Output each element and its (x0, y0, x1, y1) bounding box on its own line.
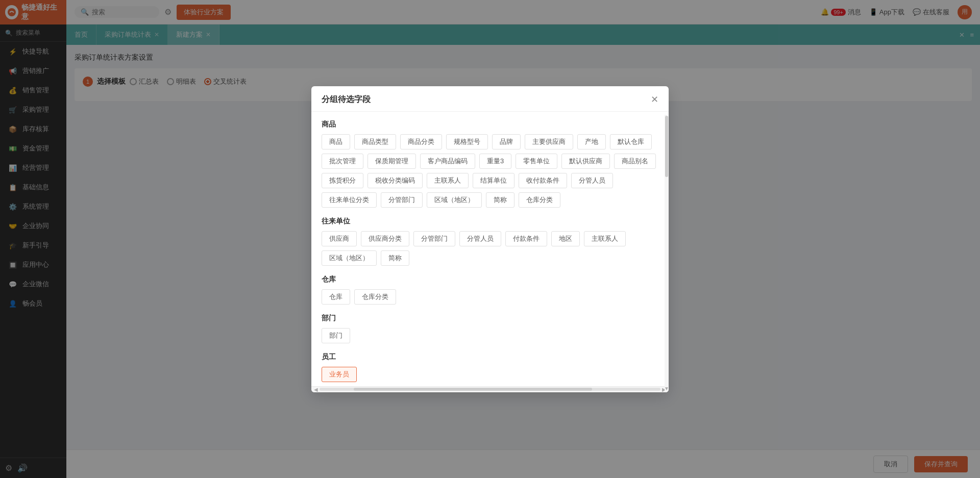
hscroll-left-arrow[interactable]: ◀ (312, 387, 320, 392)
field-tag-spec-type[interactable]: 规格型号 (446, 134, 488, 149)
field-tag-region3[interactable]: 区域（地区） (322, 250, 377, 266)
modal-section-warehouse: 仓库仓库仓库分类 (322, 275, 658, 305)
field-tag-default-supplier[interactable]: 默认供应商 (561, 154, 610, 169)
field-tag-supplier[interactable]: 供应商 (322, 231, 357, 246)
field-tag-abbr2[interactable]: 简称 (381, 250, 409, 266)
field-tag-settle-unit[interactable]: 结算单位 (473, 173, 514, 188)
hscroll-thumb (354, 388, 593, 391)
field-tag-region[interactable]: 区域（地区） (427, 192, 482, 208)
modal-overlay: 分组待选字段 ✕ 商品商品商品类型商品分类规格型号品牌主要供应商产地默认仓库批次… (0, 0, 980, 478)
modal-section-title-warehouse: 仓库 (322, 275, 658, 284)
field-tag-goods-category[interactable]: 商品分类 (400, 134, 442, 149)
modal-section-title-employee: 员工 (322, 353, 658, 362)
field-tag-expiry-mgmt[interactable]: 保质期管理 (368, 154, 416, 169)
modal-field-tags-goods: 商品商品类型商品分类规格型号品牌主要供应商产地默认仓库批次管理保质期管理客户商品… (322, 134, 658, 208)
field-tag-tax-category[interactable]: 税收分类编码 (368, 173, 423, 188)
field-tag-brand[interactable]: 品牌 (492, 134, 521, 149)
field-tag-origin[interactable]: 产地 (577, 134, 606, 149)
modal-field-tags-employee: 业务员 (322, 367, 658, 382)
field-tag-goods-type[interactable]: 商品类型 (354, 134, 396, 149)
field-tag-default-warehouse[interactable]: 默认仓库 (610, 134, 652, 149)
field-tag-goods[interactable]: 商品 (322, 134, 350, 149)
modal-hscroll: ◀ ▶ (311, 386, 669, 392)
field-tag-supplier-category[interactable]: 供应商分类 (361, 231, 409, 246)
modal-header: 分组待选字段 ✕ (311, 86, 669, 112)
field-tag-warehouse-cat[interactable]: 仓库分类 (354, 289, 396, 305)
modal-section-title-partner: 往来单位 (322, 217, 658, 226)
field-tag-mgmt-dept[interactable]: 分管部门 (381, 192, 423, 208)
modal-field-tags-warehouse: 仓库仓库分类 (322, 289, 658, 305)
vscroll-thumb (665, 116, 668, 177)
modal-field-tags-department: 部门 (322, 328, 658, 343)
field-tag-mgmt-staff[interactable]: 分管人员 (459, 231, 501, 246)
modal-title: 分组待选字段 (322, 94, 371, 105)
modal-section-employee: 员工业务员 (322, 353, 658, 382)
field-tag-batch-mgmt[interactable]: 批次管理 (322, 154, 363, 169)
modal-section-department: 部门部门 (322, 314, 658, 343)
modal-close-button[interactable]: ✕ (651, 95, 658, 104)
modal-section-title-department: 部门 (322, 314, 658, 323)
field-tag-main-contact[interactable]: 主联系人 (427, 173, 469, 188)
vscroll-down-arrow[interactable]: ▼ (665, 385, 669, 392)
field-tag-main-contact2[interactable]: 主联系人 (584, 231, 626, 246)
field-tag-goods-alias[interactable]: 商品别名 (614, 154, 656, 169)
modal-section-goods: 商品商品商品类型商品分类规格型号品牌主要供应商产地默认仓库批次管理保质期管理客户… (322, 120, 658, 208)
modal-section-partner: 往来单位供应商供应商分类分管部门分管人员付款条件地区主联系人区域（地区）简称 (322, 217, 658, 266)
field-tag-abbr[interactable]: 简称 (486, 192, 514, 208)
field-tag-salesperson[interactable]: 业务员 (322, 367, 357, 382)
modal-vscroll-track: ▲ ▼ (665, 115, 669, 392)
field-tag-customer-code[interactable]: 客户商品编码 (420, 154, 475, 169)
modal-body: 商品商品商品类型商品分类规格型号品牌主要供应商产地默认仓库批次管理保质期管理客户… (311, 112, 669, 386)
hscroll-track (320, 388, 660, 391)
field-tag-dept[interactable]: 部门 (322, 328, 350, 343)
field-tag-retail-unit[interactable]: 零售单位 (516, 154, 557, 169)
modal-field-tags-partner: 供应商供应商分类分管部门分管人员付款条件地区主联系人区域（地区）简称 (322, 231, 658, 266)
field-tag-warehouse-category[interactable]: 仓库分类 (519, 192, 560, 208)
modal-section-title-goods: 商品 (322, 120, 658, 129)
field-tag-main-supplier[interactable]: 主要供应商 (525, 134, 573, 149)
field-tag-payment-terms2[interactable]: 付款条件 (505, 231, 547, 246)
field-tag-mgmt-dept2[interactable]: 分管部门 (413, 231, 455, 246)
modal: 分组待选字段 ✕ 商品商品商品类型商品分类规格型号品牌主要供应商产地默认仓库批次… (311, 86, 669, 392)
field-tag-pick-points[interactable]: 拣货积分 (322, 173, 363, 188)
field-tag-region2[interactable]: 地区 (551, 231, 580, 246)
field-tag-unit-category[interactable]: 往来单位分类 (322, 192, 377, 208)
field-tag-warehouse[interactable]: 仓库 (322, 289, 350, 305)
field-tag-payment-terms[interactable]: 收付款条件 (519, 173, 567, 188)
field-tag-manager[interactable]: 分管人员 (571, 173, 613, 188)
field-tag-weight3[interactable]: 重量3 (479, 154, 511, 169)
